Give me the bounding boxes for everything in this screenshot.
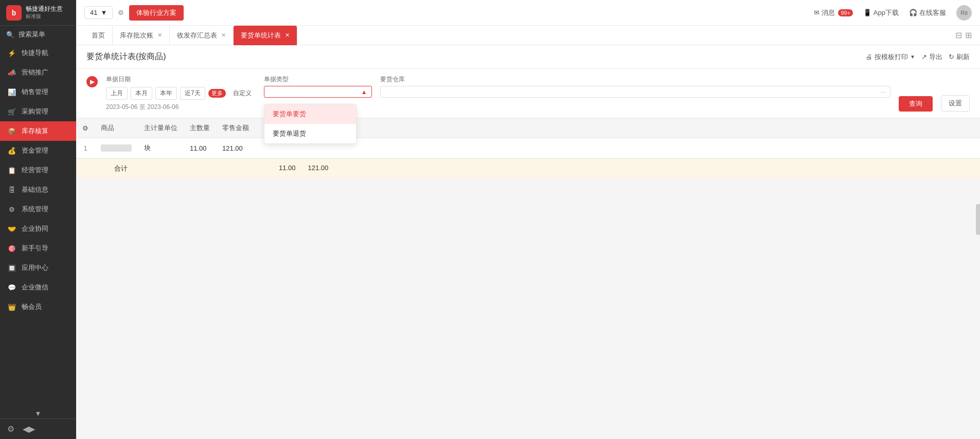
collapse-icon[interactable]: ◀▶ bbox=[23, 424, 35, 434]
filter-expand-button[interactable]: ▶ bbox=[86, 76, 98, 87]
app-name: 畅捷通好生意 bbox=[26, 5, 63, 13]
tab-receive-summary-close[interactable]: ✕ bbox=[221, 32, 226, 39]
filter-date-label: 单据日期 bbox=[106, 75, 256, 84]
tab-receive-summary[interactable]: 收发存汇总表 ✕ bbox=[170, 26, 234, 45]
sidebar-item-label: 企业微信 bbox=[22, 283, 48, 292]
sidebar-item-label: 系统管理 bbox=[22, 205, 48, 214]
print-icon: 🖨 bbox=[866, 53, 872, 61]
sidebar-item-purchase[interactable]: 🛒 采购管理 bbox=[0, 102, 76, 121]
sidebar-item-guide[interactable]: 🎯 新手引导 bbox=[0, 239, 76, 258]
refresh-button[interactable]: ↻ 刷新 bbox=[949, 52, 970, 62]
enterprise-icon: 🤝 bbox=[7, 224, 16, 233]
cell-extra bbox=[255, 138, 980, 158]
dropdown-item-0[interactable]: 要货单要货 bbox=[264, 104, 356, 124]
filter-more-badge[interactable]: 更多 bbox=[208, 89, 226, 98]
online-service-label: 在线客服 bbox=[919, 8, 946, 17]
col-product: 商品 bbox=[95, 118, 138, 138]
footer-label-text: 合计 bbox=[114, 164, 128, 172]
sidebar-item-label: 销售管理 bbox=[22, 87, 48, 97]
table-header: ⚙ 商品 主计量单位 主数量 零售金额 bbox=[76, 118, 980, 138]
filter-type-input[interactable] bbox=[269, 88, 361, 96]
tab-home[interactable]: 首页 bbox=[84, 26, 113, 45]
page-actions: 🖨 按模板打印 ▼ ↗ 导出 ↻ 刷新 bbox=[866, 52, 970, 62]
col-settings[interactable]: ⚙ bbox=[76, 118, 95, 138]
tab-home-label: 首页 bbox=[92, 31, 105, 40]
online-service-item[interactable]: 🎧 在线客服 bbox=[909, 8, 946, 17]
right-scroll-handle[interactable] bbox=[976, 204, 980, 235]
tab-batch-account[interactable]: 库存批次账 ✕ bbox=[113, 26, 170, 45]
sidebar-item-label: 企业协同 bbox=[22, 224, 48, 233]
message-item[interactable]: ✉ 消息 99+ bbox=[814, 8, 853, 17]
search-menu[interactable]: 🔍 搜索菜单 bbox=[0, 26, 76, 43]
page-title: 要货单统计表(按商品) bbox=[86, 51, 166, 62]
sidebar-item-label: 采购管理 bbox=[22, 107, 48, 116]
cell-unit: 块 bbox=[138, 138, 184, 158]
tab-receive-summary-label: 收发存汇总表 bbox=[177, 31, 217, 40]
filter-date-group: 单据日期 上月 本月 本年 近7天 更多 自定义 2023-05-06 至 20… bbox=[106, 75, 256, 112]
app-download-item[interactable]: 📱 App下载 bbox=[863, 8, 899, 17]
sidebar-item-label: 经营管理 bbox=[22, 166, 48, 175]
sidebar-scroll-down[interactable]: ▼ bbox=[0, 408, 76, 418]
sidebar-bottom: ⚙ ◀▶ bbox=[0, 418, 76, 439]
sidebar-item-inventory[interactable]: 📦 库存核算 bbox=[0, 121, 76, 141]
filter-type-arrow-icon[interactable]: ▲ bbox=[361, 88, 367, 96]
dropdown-item-1[interactable]: 要货单退货 bbox=[264, 124, 356, 143]
trial-button[interactable]: 体验行业方案 bbox=[129, 5, 184, 21]
col-extra bbox=[255, 118, 980, 138]
sidebar-item-operations[interactable]: 📋 经营管理 bbox=[0, 160, 76, 180]
footer-quantity: 11.00 bbox=[273, 164, 302, 173]
filter-this-month[interactable]: 本月 bbox=[131, 87, 152, 100]
data-table-wrap: ⚙ 商品 主计量单位 主数量 零售金额 1 块 bbox=[76, 118, 980, 158]
sidebar-item-app-center[interactable]: 🔲 应用中心 bbox=[0, 258, 76, 278]
product-name-blurred bbox=[101, 144, 132, 152]
filter-this-year[interactable]: 本年 bbox=[155, 87, 177, 100]
filter-warehouse-input[interactable] bbox=[385, 88, 881, 96]
sidebar-item-sales[interactable]: 📊 销售管理 bbox=[0, 82, 76, 102]
tab-requisition-stats[interactable]: 要货单统计表 ✕ bbox=[234, 26, 297, 45]
system-icon: ⚙ bbox=[7, 205, 16, 214]
filter-last-month[interactable]: 上月 bbox=[106, 87, 128, 100]
export-button[interactable]: ↗ 导出 bbox=[921, 52, 942, 62]
filter-warehouse-input-wrap[interactable]: ··· bbox=[380, 86, 890, 98]
settings-icon-header[interactable]: ⚙ bbox=[118, 9, 124, 16]
guide-icon: 🎯 bbox=[7, 244, 16, 253]
print-button[interactable]: 🖨 按模板打印 ▼ bbox=[866, 52, 915, 62]
settings-bottom-icon[interactable]: ⚙ bbox=[7, 424, 14, 434]
filter-bar: ▶ 单据日期 上月 本月 本年 近7天 更多 自定义 2023-05-06 至 … bbox=[76, 69, 980, 118]
filter-type-group: 单据类型 ▲ 要货单要货 要货单退货 bbox=[264, 75, 372, 98]
query-button[interactable]: 查询 bbox=[899, 96, 933, 112]
filter-type-label: 单据类型 bbox=[264, 75, 372, 84]
logo-icon: b bbox=[6, 5, 22, 21]
filter-last-7-days[interactable]: 近7天 bbox=[180, 87, 205, 100]
filter-warehouse-dots[interactable]: ··· bbox=[880, 88, 886, 96]
tab-batch-account-label: 库存批次账 bbox=[120, 31, 153, 40]
sidebar-item-label: 营销推广 bbox=[22, 68, 48, 77]
search-icon: 🔍 bbox=[6, 31, 14, 39]
sidebar-item-quick-nav[interactable]: ⚡ 快捷导航 bbox=[0, 43, 76, 63]
sidebar-item-marketing[interactable]: 📣 营销推广 bbox=[0, 63, 76, 82]
footer-unit bbox=[211, 164, 273, 173]
export-label: 导出 bbox=[929, 52, 942, 62]
sidebar-item-label: 资金管理 bbox=[22, 146, 48, 155]
sidebar-item-wechat[interactable]: 💬 企业微信 bbox=[0, 278, 76, 297]
sidebar-item-member[interactable]: 👑 畅会员 bbox=[0, 297, 76, 317]
store-selector[interactable]: 41 ▼ bbox=[84, 6, 113, 19]
footer-amount: 121.00 bbox=[302, 164, 335, 173]
sidebar-item-basic-info[interactable]: 🗄 基础信息 bbox=[0, 180, 76, 199]
user-avatar[interactable]: Rit bbox=[956, 5, 972, 21]
dropdown-item-label: 要货单退货 bbox=[273, 130, 306, 137]
print-label: 按模板打印 bbox=[875, 52, 908, 62]
sidebar-item-system[interactable]: ⚙ 系统管理 bbox=[0, 199, 76, 219]
search-menu-label: 搜索菜单 bbox=[19, 30, 45, 39]
tab-requisition-stats-close[interactable]: ✕ bbox=[285, 32, 290, 39]
tabs-minimize-icon[interactable]: ⊟ bbox=[955, 30, 962, 40]
table-row: 1 块 11.00 121.00 bbox=[76, 138, 980, 158]
tab-batch-account-close[interactable]: ✕ bbox=[157, 32, 162, 39]
filter-custom-btn[interactable]: 自定义 bbox=[229, 87, 256, 99]
settings-button[interactable]: 设置 bbox=[941, 95, 970, 112]
tabs-expand-icon[interactable]: ⊞ bbox=[965, 30, 972, 40]
table-footer: 合计 11.00 121.00 bbox=[76, 158, 980, 178]
sidebar-item-enterprise[interactable]: 🤝 企业协同 bbox=[0, 219, 76, 239]
sidebar-item-finance[interactable]: 💰 资金管理 bbox=[0, 141, 76, 160]
filter-type-input-wrap[interactable]: ▲ bbox=[264, 86, 372, 98]
